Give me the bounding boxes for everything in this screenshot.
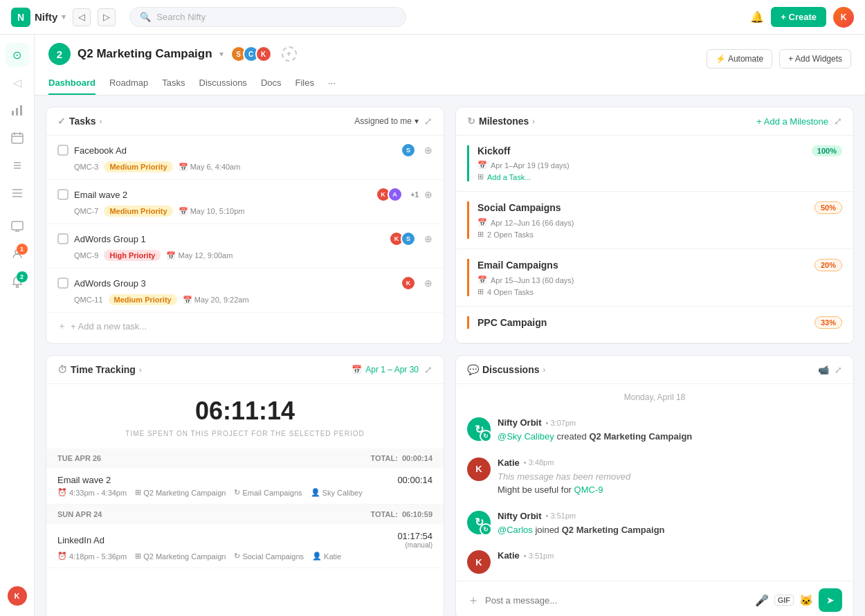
tasks-fullscreen-icon[interactable]: ⤢ xyxy=(424,116,432,127)
day-total: TOTAL: 00:00:14 xyxy=(371,454,432,462)
sidebar-avatar-icon[interactable]: K xyxy=(6,584,29,608)
disc-name-time: Katie • 3:51pm xyxy=(498,550,842,561)
sidebar-users-icon[interactable]: 1 xyxy=(6,242,29,266)
project-tabs: Dashboard Roadmap Tasks Discussions Docs… xyxy=(48,72,851,95)
time-entry-duration: 00:00:14 xyxy=(397,475,432,485)
priority-badge[interactable]: Medium Priority xyxy=(104,161,172,172)
sidebar-chart-icon[interactable] xyxy=(6,98,29,122)
task-item: Email wave 2 K A +1 ⊕ QMC-7 Medium Prior… xyxy=(46,180,444,224)
svg-point-16 xyxy=(16,286,18,288)
svg-rect-2 xyxy=(20,105,22,116)
calendar-icon: 📅 xyxy=(352,365,362,374)
task-checkbox[interactable] xyxy=(57,145,69,156)
tasks-count-icon: ⊞ xyxy=(477,287,484,296)
task-avatar: S xyxy=(401,143,416,158)
emoji-icon[interactable]: 🐱 xyxy=(799,594,813,607)
milestones-expand-icon[interactable]: › xyxy=(532,117,535,125)
milestones-card-title: ↻ Milestones › xyxy=(467,116,535,127)
task-meta: QMC-7 Medium Priority 📅 May 10, 5:10pm xyxy=(57,206,432,217)
sidebar-menu-icon[interactable] xyxy=(6,181,29,205)
nav-forward-button[interactable]: ▷ xyxy=(98,8,116,26)
nav-back-button[interactable]: ◁ xyxy=(73,8,91,26)
disc-text: This message has been removed Might be u… xyxy=(498,470,842,497)
milestone-dates: 📅 Apr 15–Jun 13 (60 days) xyxy=(477,275,842,284)
create-button[interactable]: + Create xyxy=(771,7,826,27)
sidebar-notifications-icon[interactable]: 2 xyxy=(6,270,29,293)
milestone-kickoff: Kickoff 100% 📅 Apr 1–Apr 19 (19 days) ⊞ … xyxy=(467,145,842,181)
svg-rect-13 xyxy=(12,221,23,230)
sidebar-home-icon[interactable]: ⊙ xyxy=(6,43,29,66)
gif-button[interactable]: GIF xyxy=(774,595,794,606)
task-add-assignee-icon[interactable]: ⊕ xyxy=(424,278,432,289)
task-avatars: K A xyxy=(379,187,403,202)
add-widget-button[interactable]: + Add Widgets xyxy=(779,49,851,69)
sidebar-screen-icon[interactable] xyxy=(6,215,29,238)
project-icon: ⊞ xyxy=(135,552,141,561)
time-entry-meta: ⏰ 4:33pm - 4:34pm ⊞ Q2 Marketing Campaig… xyxy=(57,488,432,497)
tab-docs[interactable]: Docs xyxy=(261,72,282,95)
project-header: 2 Q2 Marketing Campaign ▾ S C K + ⚡ Auto… xyxy=(35,35,865,96)
notifications-badge: 2 xyxy=(17,271,28,282)
automate-button[interactable]: ⚡ Automate xyxy=(707,49,772,69)
task-checkbox[interactable] xyxy=(57,189,69,200)
sidebar-back-icon[interactable]: ◁ xyxy=(6,71,29,94)
plus-icon[interactable]: ＋ xyxy=(467,592,480,608)
tab-tasks[interactable]: Tasks xyxy=(162,72,185,95)
add-member-button[interactable]: + xyxy=(282,46,297,62)
category-icon: ↻ xyxy=(234,488,240,497)
search-icon: 🔍 xyxy=(140,12,151,22)
milestone-tasks: ⊞ 4 Open Tasks xyxy=(477,287,842,296)
video-icon[interactable]: 📹 xyxy=(818,365,829,375)
date-range-picker[interactable]: 📅 Apr 1 – Apr 30 xyxy=(352,365,419,374)
milestone-tasks[interactable]: ⊞ Add a Task... xyxy=(477,172,842,181)
search-bar[interactable]: 🔍 Search Nifty xyxy=(129,7,406,27)
task-link[interactable]: QMC-9 xyxy=(574,484,603,495)
milestone-progress: 33% xyxy=(814,316,842,329)
task-name: Facebook Ad xyxy=(74,145,399,156)
sidebar-list-icon[interactable] xyxy=(6,154,29,177)
disc-content: Nifty Orbit • 3:51pm @Carlos joined Q2 M… xyxy=(498,511,842,537)
task-add-assignee-icon[interactable]: ⊕ xyxy=(424,233,432,244)
mention[interactable]: @Carlos xyxy=(498,525,533,535)
sidebar-calendar-icon[interactable] xyxy=(6,126,29,150)
tab-discussions[interactable]: Discussions xyxy=(199,72,247,95)
assigned-filter[interactable]: Assigned to me ▾ xyxy=(354,116,419,126)
bell-icon[interactable]: 🔔 xyxy=(750,10,764,24)
app-logo[interactable]: N Nifty ▾ xyxy=(11,8,66,27)
milestones-fullscreen-icon[interactable]: ⤢ xyxy=(834,116,842,127)
project-icon: ⊞ xyxy=(135,488,141,497)
time-expand-icon[interactable]: › xyxy=(139,365,142,374)
priority-badge[interactable]: Medium Priority xyxy=(104,206,172,217)
discussions-fullscreen-icon[interactable]: ⤢ xyxy=(835,365,842,375)
users-badge: 1 xyxy=(17,244,28,255)
tab-dashboard[interactable]: Dashboard xyxy=(48,72,95,95)
task-checkbox[interactable] xyxy=(57,233,69,244)
mic-icon[interactable]: 🎤 xyxy=(755,594,769,607)
project-dropdown-icon[interactable]: ▾ xyxy=(219,49,224,59)
task-add-assignee-icon[interactable]: ⊕ xyxy=(424,189,432,200)
mention[interactable]: @Sky Calibey xyxy=(498,431,554,442)
discussions-icon: 💬 xyxy=(467,364,479,375)
tasks-expand-icon[interactable]: › xyxy=(100,117,102,125)
day-label: TUE APR 26 xyxy=(57,454,101,462)
tab-files[interactable]: Files xyxy=(295,72,314,95)
priority-badge[interactable]: High Priority xyxy=(104,250,161,261)
app-name: Nifty xyxy=(35,11,57,23)
send-message-button[interactable]: ➤ xyxy=(819,588,842,612)
priority-badge[interactable]: Medium Priority xyxy=(109,294,177,305)
user-icon: 👤 xyxy=(311,488,320,497)
time-day-header: TUE APR 26 TOTAL: 00:00:14 xyxy=(46,449,444,468)
task-avatars: K S xyxy=(392,231,416,246)
task-add-assignee-icon[interactable]: ⊕ xyxy=(424,145,432,156)
discussions-expand-icon[interactable]: › xyxy=(543,365,545,374)
add-task-row[interactable]: ＋ + Add a new task... xyxy=(46,313,444,339)
message-input[interactable] xyxy=(485,595,749,606)
disc-name-time: Nifty Orbit • 3:51pm xyxy=(498,511,842,521)
add-milestone-button[interactable]: + Add a Milestone xyxy=(756,116,828,127)
user-avatar[interactable]: K xyxy=(833,7,854,28)
app-chevron: ▾ xyxy=(62,12,66,21)
tab-roadmap[interactable]: Roadmap xyxy=(109,72,148,95)
time-fullscreen-icon[interactable]: ⤢ xyxy=(424,364,432,375)
tab-more[interactable]: ··· xyxy=(328,72,336,95)
task-checkbox[interactable] xyxy=(57,278,69,289)
